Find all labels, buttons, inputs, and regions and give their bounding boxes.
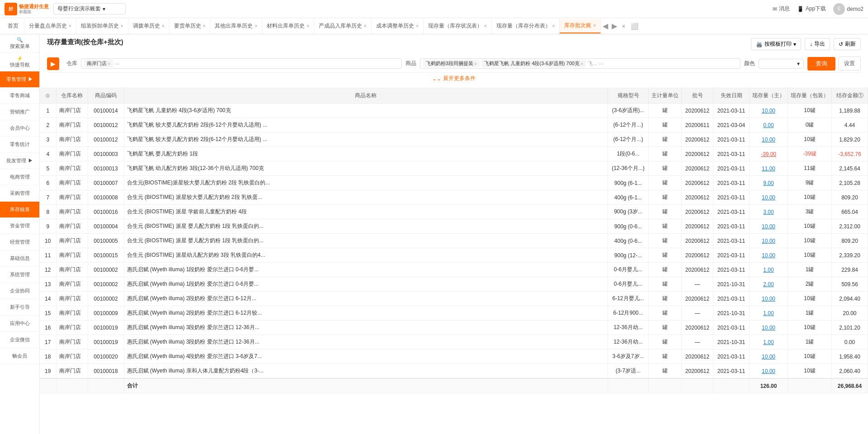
warehouse-filter-tags[interactable]: 南岸门店 × ··· [81,58,402,69]
cell-batch: 20200612 [682,364,713,379]
tab-3[interactable]: 调拨单历史 × [128,19,170,33]
tab-4[interactable]: 要货单历史 × [170,19,211,33]
cell-spec: 3-6岁及7岁... [608,349,649,364]
app-download-btn[interactable]: 📱 App下载 [797,5,826,13]
sidebar-item-collab[interactable]: 企业协同 [0,283,39,299]
cell-stock-main[interactable]: 10.00 [750,321,788,335]
tab-1-close[interactable]: × [69,24,71,28]
print-button[interactable]: 🖨️ 按模板打印 ▾ [751,38,801,50]
tab-home[interactable]: 首页 [2,19,24,33]
sidebar-item-finance[interactable]: 资金管理 [0,218,39,234]
tab-10-close[interactable]: × [552,24,555,28]
tab-6[interactable]: 材料出库单历史 × [262,19,314,33]
warehouse-tag-nanang[interactable]: 南岸门店 × [84,60,113,67]
refresh-button[interactable]: ↺ 刷新 [834,38,861,50]
sidebar-item-retail-stats[interactable]: 零售统计 [0,137,39,153]
cell-stock-main[interactable]: 10.00 [750,349,788,364]
cell-stock-pkg: 10罐 [788,349,832,364]
warehouse-tag-text: 南岸门店 [87,60,107,67]
sidebar-item-retail-shop[interactable]: 零售商城 [0,88,39,104]
tab-11[interactable]: 库存批次账 × [560,19,601,33]
cell-stock-main[interactable]: 1.00 [750,263,788,277]
warehouse-tag-close[interactable]: × [108,61,110,66]
filter-expand-btn[interactable]: ▶ [47,57,59,70]
sidebar-item-operations[interactable]: 经营管理 [0,234,39,250]
tab-5-close[interactable]: × [255,24,257,28]
cell-stock-main[interactable]: 10.00 [750,234,788,248]
goods-tag-1[interactable]: 飞鹤奶粉3段同捆提装 × [423,60,480,67]
tab-10[interactable]: 现存量（库存分布表） × [492,19,560,33]
tab-6-close[interactable]: × [307,24,309,28]
cell-stock-main[interactable]: 9.00 [750,176,788,190]
cell-spec: 400g (6-1... [608,190,649,205]
settings-button[interactable]: 设置 [838,57,861,71]
sidebar-item-member2[interactable]: 畅会员 [0,348,39,364]
tab-scroll-left[interactable]: ◀ [601,22,610,30]
sidebar-item-apps[interactable]: 应用中心 [0,316,39,332]
tab-8-close[interactable]: × [416,24,419,28]
goods-filter-dots[interactable]: ··· [599,61,604,67]
query-button[interactable]: 查询 [807,57,835,71]
cell-stock-main[interactable]: 10.00 [750,104,788,118]
tab-4-close[interactable]: × [203,24,206,28]
color-filter[interactable]: ▾ [759,59,804,69]
cell-stock-main[interactable]: 11.00 [750,161,788,176]
sidebar-item-ecommerce[interactable]: 电商管理 [0,169,39,185]
user-area[interactable]: E demo2 [833,3,863,15]
goods-tag-2-close[interactable]: × [580,61,583,66]
goods-filter-tags[interactable]: 飞鹤奶粉3段同捆提装 × 飞鹤星飞帆 儿童奶粉 4段(3-6岁适用) 700克 … [420,58,741,69]
expand-toggle[interactable]: ⌄⌄ 展开更多条件 [47,72,861,84]
settings-icon[interactable]: ⚙ [45,93,50,99]
cell-stock-main[interactable]: 10.00 [750,219,788,234]
sidebar-item-member[interactable]: 会员中心 [0,120,39,137]
cell-stock-main[interactable]: 10.00 [750,292,788,306]
sidebar-item-wholesale[interactable]: 批发管理 ▶ [0,153,39,169]
export-button[interactable]: ↓ 导出 [805,38,830,50]
sidebar-item-marketing[interactable]: 营销推广 [0,104,39,120]
cell-code: 00100015 [88,248,124,263]
tab-7-close[interactable]: × [364,24,367,28]
sidebar-item-retail-mgmt[interactable]: 零售管理 ▶ [0,71,39,88]
sidebar-item-base-info[interactable]: 基础信息 [0,250,39,267]
cell-stock-main[interactable]: -39.00 [750,147,788,161]
cell-stock-main[interactable]: 10.00 [750,364,788,379]
cell-warehouse: 南岸门店 [56,335,88,349]
sidebar-item-purchase[interactable]: 采购管理 [0,185,39,202]
sidebar-item-wechat[interactable]: 企业微信 [0,332,39,348]
tab-9[interactable]: 现存量（库存状况表） × [424,19,492,33]
goods-tag-1-close[interactable]: × [474,61,477,66]
warehouse-filter-dots[interactable]: ··· [115,61,119,67]
tab-5[interactable]: 其他出库单历史 × [210,19,262,33]
tab-7[interactable]: 产成品入库单历史 × [314,19,372,33]
account-selector[interactable]: 母婴行业演示账套 ▾ [53,3,126,14]
cell-stock-main[interactable]: 10.00 [750,132,788,147]
cell-code: 00100008 [88,190,124,205]
tab-11-close[interactable]: × [593,23,596,28]
tab-close-all[interactable]: × [619,23,628,30]
cell-stock-main[interactable]: 3.00 [750,205,788,219]
cell-stock-main[interactable]: 1.00 [750,306,788,321]
cell-stock-main[interactable]: 10.00 [750,248,788,263]
tab-scroll-right[interactable]: ▶ [610,22,619,30]
cell-stock-main[interactable]: 10.00 [750,190,788,205]
cell-expire: 2021-03-11 [713,364,750,379]
sidebar-search[interactable]: 🔍 搜索菜单 [0,34,39,53]
tab-3-close[interactable]: × [162,24,165,28]
message-btn[interactable]: ✉ 消息 [773,5,790,13]
cell-stock-main[interactable]: 0.00 [750,118,788,132]
sidebar-item-label: 采购管理 [10,190,30,197]
tab-2[interactable]: 组装拆卸单历史 × [76,19,128,33]
tab-9-close[interactable]: × [484,24,487,28]
tab-maximize[interactable]: ⬜ [628,23,641,30]
tab-8[interactable]: 成本调整单历史 × [372,19,424,33]
cell-stock-main[interactable]: 2.00 [750,277,788,292]
sidebar-item-inventory[interactable]: 库存核算 [0,202,39,218]
sidebar-item-system[interactable]: 系统管理 [0,267,39,283]
cell-balance: 665.04 [832,205,868,219]
tab-2-close[interactable]: × [121,24,123,28]
goods-tag-2[interactable]: 飞鹤星飞帆 儿童奶粉 4段(3-6岁适用) 700克 × [481,60,586,67]
sidebar-item-guide[interactable]: 新手引导 [0,299,39,316]
sidebar-nav[interactable]: ⚡ 快捷导航 [0,53,39,71]
tab-1[interactable]: 分量盘点单历史 × [24,19,76,33]
cell-stock-main[interactable]: 1.00 [750,335,788,349]
